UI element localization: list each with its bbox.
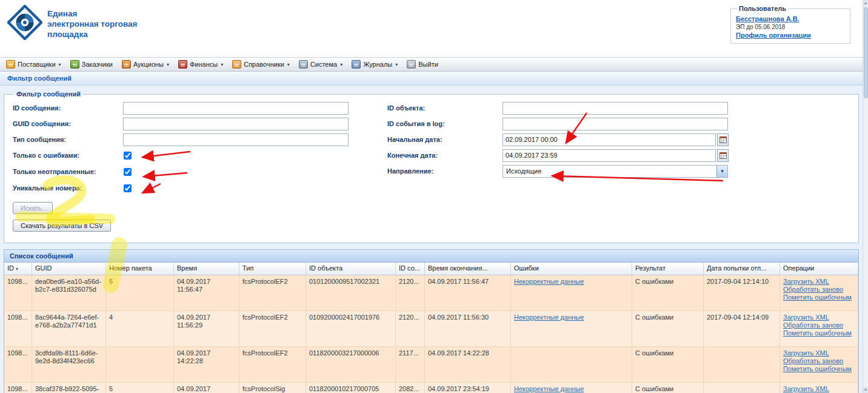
column-header-operations[interactable]: Операции bbox=[780, 263, 858, 275]
menu-item-label: Система bbox=[310, 61, 337, 68]
menu-item-icon bbox=[232, 60, 241, 69]
column-header-type[interactable]: Тип bbox=[239, 263, 306, 275]
menu-item-label: Справочники bbox=[244, 61, 284, 68]
mark-erroneous-link[interactable]: Пометить ошибочным bbox=[783, 329, 855, 337]
org-profile-link[interactable]: Профиль организации bbox=[736, 31, 845, 39]
log-event-id-input[interactable] bbox=[502, 118, 728, 130]
column-header-end-time[interactable]: Время окончания... bbox=[425, 263, 511, 275]
mark-erroneous-link[interactable]: Пометить ошибочным bbox=[783, 294, 855, 301]
start-date-label: Начальная дата: bbox=[387, 136, 502, 143]
menu-item[interactable]: Выйти ▾ bbox=[407, 60, 438, 69]
end-date-calendar-button[interactable] bbox=[717, 149, 729, 162]
menu-item[interactable]: Заказчики ▾ bbox=[70, 60, 113, 69]
reprocess-link[interactable]: Обработать заново bbox=[783, 321, 855, 329]
scroll-up-icon[interactable]: ▲ bbox=[863, 0, 868, 6]
table-body: 1098... dea0bed6-ea10-a56d-b2c7-e831d326… bbox=[4, 275, 858, 393]
column-header-errors[interactable]: Ошибки bbox=[511, 263, 632, 275]
download-csv-button[interactable]: Скачать результаты в CSV bbox=[13, 220, 111, 232]
menu-item[interactable]: Аукционы ▾ bbox=[122, 60, 169, 69]
column-header-id[interactable]: ID▾ bbox=[4, 263, 32, 275]
message-guid-label: GUID сообщения: bbox=[13, 120, 123, 127]
table-row[interactable]: 1098... 3cdfda9b-8111-6d6e-9e2d-8d34f423… bbox=[4, 347, 858, 383]
scroll-down-icon[interactable]: ▼ bbox=[863, 387, 868, 393]
search-button[interactable]: Искать... bbox=[13, 202, 53, 214]
cell-errors bbox=[511, 347, 632, 382]
filter-panel: Фильтр сообщений ID сообщения: GUID сооб… bbox=[4, 90, 859, 243]
mark-erroneous-link[interactable]: Пометить ошибочным bbox=[783, 365, 855, 373]
menu-item-icon bbox=[352, 60, 361, 69]
load-xml-link[interactable]: Загрузить XML bbox=[783, 278, 855, 286]
column-header-guid[interactable]: GUID bbox=[32, 263, 106, 275]
scrollbar-thumb[interactable] bbox=[864, 7, 868, 98]
signature-validity-text: ЭП до 05.06.2018 bbox=[736, 23, 845, 31]
table-header-row: ID▾ GUID Номер пакета Время Тип ID объек… bbox=[4, 263, 858, 275]
user-panel-legend: Пользователь bbox=[737, 5, 788, 12]
start-date-input[interactable] bbox=[502, 133, 716, 146]
menu-item[interactable]: Поставщики ▾ bbox=[6, 60, 61, 69]
table-row[interactable]: 1098... dea0bed6-ea10-a56d-b2c7-e831d326… bbox=[4, 275, 858, 311]
message-guid-input[interactable] bbox=[123, 118, 349, 130]
object-id-input[interactable] bbox=[502, 102, 728, 115]
column-header-result[interactable]: Результат bbox=[632, 263, 704, 275]
load-xml-link[interactable]: Загрузить XML bbox=[783, 314, 855, 321]
only-errors-checkbox[interactable] bbox=[124, 152, 132, 160]
cell-time: 04.09.2017 23:54:19 bbox=[174, 383, 239, 393]
cell-id-so: 2082... bbox=[396, 383, 425, 393]
load-xml-link[interactable]: Загрузить XML bbox=[783, 385, 855, 393]
cell-end-time: 04.09.2017 11:56:47 bbox=[425, 275, 511, 311]
cell-end-time: 04.09.2017 11:56:30 bbox=[425, 311, 511, 346]
start-date-calendar-button[interactable] bbox=[717, 133, 729, 146]
column-header-attempt-date[interactable]: Дата попытки отп... bbox=[704, 263, 780, 275]
message-type-label: Тип сообщения: bbox=[13, 136, 123, 143]
error-details-link[interactable]: Некорректные данные bbox=[514, 278, 584, 285]
menu-item-label: Выйти bbox=[418, 61, 438, 68]
direction-select[interactable]: Исходящие ▼ bbox=[502, 165, 728, 178]
load-xml-link[interactable]: Загрузить XML bbox=[783, 349, 855, 357]
error-details-link[interactable]: Некорректные данные bbox=[514, 314, 584, 321]
menu-item[interactable]: Справочники ▾ bbox=[232, 60, 290, 69]
menu-item[interactable]: Журналы ▾ bbox=[352, 60, 398, 69]
cell-guid: 38caf378-b922-5095-b7c5 bbox=[32, 383, 106, 393]
direction-selected-value: Исходящие bbox=[503, 166, 727, 175]
eetp-logo-icon bbox=[7, 5, 42, 40]
message-id-label: ID сообщения: bbox=[13, 104, 123, 112]
message-type-input[interactable] bbox=[123, 133, 349, 146]
only-unsent-checkbox[interactable] bbox=[124, 168, 132, 176]
cell-guid: 8ac9644a-7264-e6ef-e768-a2b2a77471d1 bbox=[32, 311, 106, 346]
chevron-down-icon: ▾ bbox=[395, 62, 398, 67]
page-title-bar: Фильтр сообщений bbox=[0, 72, 863, 86]
cell-operations: Загрузить XML Обработать заново Пометить… bbox=[780, 383, 858, 393]
cell-object-id: 0101200009517002321 bbox=[306, 275, 396, 311]
end-date-input[interactable] bbox=[502, 149, 716, 162]
only-unsent-label: Только неотправленные: bbox=[13, 168, 123, 175]
reprocess-link[interactable]: Обработать заново bbox=[783, 357, 855, 365]
cell-result: С ошибками bbox=[632, 383, 704, 393]
table-row[interactable]: 1098... 8ac9644a-7264-e6ef-e768-a2b2a774… bbox=[4, 311, 858, 347]
cell-attempt-date bbox=[704, 347, 780, 382]
menu-item[interactable]: Система ▾ bbox=[299, 60, 342, 69]
menu-item-icon bbox=[122, 60, 131, 69]
menu-item-label: Финансы bbox=[190, 61, 218, 68]
column-header-object-id[interactable]: ID объекта bbox=[306, 263, 396, 275]
messages-list-title-bar: Список сообщений bbox=[4, 250, 858, 263]
error-details-link[interactable]: Некорректные данные bbox=[514, 385, 584, 392]
user-name-link[interactable]: Бесстрашнова А.В. bbox=[736, 15, 845, 23]
sort-down-icon: ▾ bbox=[16, 266, 18, 272]
unique-numbers-checkbox[interactable] bbox=[124, 184, 132, 192]
table-row[interactable]: 1098... 38caf378-b922-5095-b7c5 5 04.09.… bbox=[4, 383, 858, 393]
cell-packet-number: 5 bbox=[106, 275, 174, 311]
log-event-id-label: ID события в log: bbox=[387, 120, 502, 127]
header: Единая электронная торговая площадка Пол… bbox=[0, 0, 863, 57]
combo-arrow-icon[interactable]: ▼ bbox=[716, 166, 727, 177]
cell-packet-number: 5 bbox=[106, 383, 174, 393]
cell-packet-number: 4 bbox=[106, 311, 174, 346]
column-header-time[interactable]: Время bbox=[174, 263, 239, 275]
cell-time: 04.09.2017 14:22:28 bbox=[174, 347, 239, 382]
column-header-id-so[interactable]: ID со... bbox=[396, 263, 425, 275]
message-id-input[interactable] bbox=[123, 102, 349, 115]
reprocess-link[interactable]: Обработать заново bbox=[783, 286, 855, 294]
cell-type: fcsProtocolEF2 bbox=[239, 275, 306, 311]
column-header-packet[interactable]: Номер пакета bbox=[106, 263, 174, 275]
vertical-scrollbar[interactable]: ▲ ▼ bbox=[863, 0, 868, 393]
menu-item[interactable]: Финансы ▾ bbox=[178, 60, 223, 69]
